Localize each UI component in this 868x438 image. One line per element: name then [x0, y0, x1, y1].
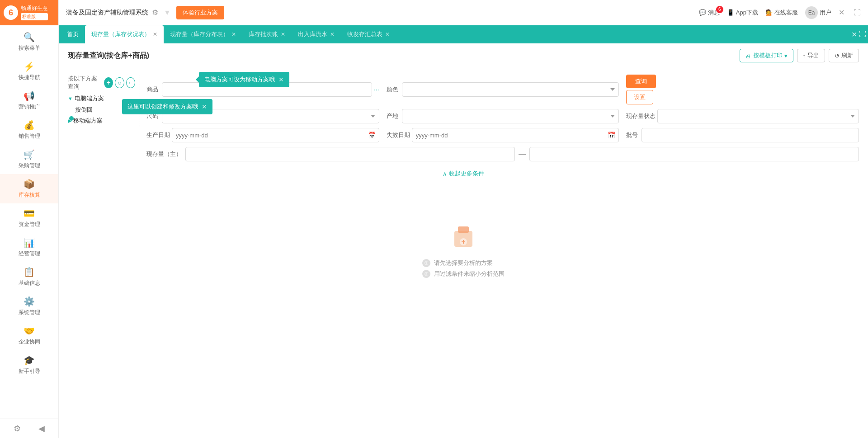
sidebar-item-inventory[interactable]: 📦 库存核算 — [0, 174, 58, 203]
tab-receive-dispatch[interactable]: 收发存汇总表 ✕ — [341, 25, 396, 43]
tab-inventory-status[interactable]: 现存量（库存状况表） ✕ — [85, 25, 164, 43]
enterprise-icon: 🤝 — [24, 325, 35, 336]
origin-field: 产地 — [387, 109, 619, 123]
sidebar-item-search[interactable]: 🔍 搜索菜单 — [0, 27, 58, 57]
tab-inventory-distribution[interactable]: 现存量（库存分布表） ✕ — [164, 25, 242, 43]
sidebar-item-finance[interactable]: 💳 资金管理 — [0, 203, 58, 233]
sidebar-item-purchase[interactable]: 🛒 采购管理 — [0, 145, 58, 174]
user-menu-button[interactable]: Ea 用户 — [805, 6, 831, 19]
chevron-up-icon: ∧ — [443, 170, 447, 177]
tabs-actions: ✕ ⛶ — [851, 30, 866, 39]
operations-icon: 📊 — [24, 237, 35, 248]
scheme-edit-button[interactable]: ○ — [115, 77, 124, 88]
search-buttons: 查询 设置 — [626, 75, 859, 104]
expire-date-calendar-icon[interactable]: 📅 — [608, 132, 615, 139]
connector-dot — [69, 116, 74, 121]
tab-close-icon[interactable]: ✕ — [231, 31, 236, 38]
sidebar-item-marketing[interactable]: 📢 营销推广 — [0, 86, 58, 115]
color-field: 颜色 — [387, 75, 619, 104]
window-close-icon[interactable]: ✕ — [839, 8, 844, 17]
tab-close-icon[interactable]: ✕ — [385, 31, 390, 38]
tooltip2-text: 这里可以创建和修改方案哦 — [127, 103, 198, 111]
desktop-group-label: 电脑端方案 — [75, 94, 104, 103]
mobile-scheme-group[interactable]: ▶ 移动端方案 — [68, 117, 135, 125]
export-button[interactable]: ↑ 导出 — [797, 49, 826, 62]
manufacture-date-input[interactable] — [172, 128, 379, 142]
origin-select[interactable] — [402, 109, 619, 123]
manufacture-date-field: 生产日期 📅 — [146, 128, 379, 142]
tooltip1-close-icon[interactable]: ✕ — [278, 76, 284, 83]
filter-row-2: 尺码 产地 — [146, 109, 859, 123]
sidebar-item-system[interactable]: ⚙️ 系统管理 — [0, 292, 58, 321]
sidebar-item-enterprise[interactable]: 🤝 企业协同 — [0, 321, 58, 350]
message-button[interactable]: 💬 消息 6 — [699, 9, 720, 17]
inventory-icon: 📦 — [24, 179, 35, 189]
sidebar-item-basic[interactable]: 📋 基础信息 — [0, 262, 58, 292]
manufacture-date-calendar-icon[interactable]: 📅 — [368, 132, 376, 139]
tooltip2-close-icon[interactable]: ✕ — [202, 103, 207, 110]
sidebar-item-label: 企业协同 — [19, 338, 40, 346]
sidebar-item-guide[interactable]: 🎓 新手引导 — [0, 350, 58, 380]
batch-input[interactable] — [642, 128, 859, 142]
window-fullscreen-icon[interactable]: ⛶ — [854, 9, 861, 17]
empty-step-1: ① 请先选择要分析的方案 — [422, 259, 505, 267]
template-print-button[interactable]: 🖨 按模板打印 ▾ — [740, 49, 793, 62]
scheme-add-button[interactable]: + — [104, 77, 113, 88]
filter-fields: 商品 ··· 颜色 — [146, 75, 859, 166]
avatar: Ea — [805, 6, 818, 19]
finance-icon: 💳 — [24, 208, 35, 219]
product-label: 商品 — [146, 85, 160, 94]
page-header: 现存量查询(按仓库+商品) 🖨 按模板打印 ▾ ↑ 导出 ↺ 刷新 — [59, 43, 868, 68]
expire-date-field: 失效日期 📅 — [387, 128, 619, 142]
sidebar-logo-icon: 6 — [4, 5, 18, 20]
sidebar-item-quicknav[interactable]: ⚡ 快捷导航 — [0, 57, 58, 86]
settings-gear-icon[interactable]: ⚙ — [152, 8, 158, 17]
sidebar-item-sales[interactable]: 💰 销售管理 — [0, 115, 58, 145]
inventory-main-from-input[interactable] — [185, 147, 515, 161]
sidebar-collapse-button[interactable]: ◀ — [38, 424, 45, 433]
user-label: 用户 — [820, 9, 831, 17]
tab-close-icon[interactable]: ✕ — [330, 31, 335, 38]
tabs-close-all-button[interactable]: ✕ — [851, 30, 857, 39]
message-badge: 6 — [716, 6, 723, 13]
sidebar-logo-badge: 标准版 — [21, 13, 48, 20]
main-area: 装备及固定资产辅助管理系统 ⚙ ▼ 体验行业方案 💬 消息 6 📱 App下载 … — [59, 0, 868, 438]
sidebar-settings-button[interactable]: ⚙ — [14, 424, 21, 433]
tab-home[interactable]: 首页 — [61, 30, 85, 38]
industry-plan-button[interactable]: 体验行业方案 — [176, 6, 224, 19]
tabs-fullscreen-button[interactable]: ⛶ — [859, 30, 866, 39]
sidebar-item-label: 营销推广 — [19, 103, 40, 111]
export-icon: ↑ — [803, 52, 806, 59]
system-icon: ⚙️ — [24, 296, 35, 307]
filter-label: 按以下方案查询 — [68, 75, 102, 91]
product-dots[interactable]: ··· — [374, 86, 379, 93]
tab-close-icon[interactable]: ✕ — [153, 31, 157, 38]
refresh-icon: ↺ — [835, 52, 840, 59]
color-select[interactable] — [402, 82, 619, 97]
sidebar-logo-text: 畅通好生意 — [21, 5, 48, 12]
scheme-back-button[interactable]: ← — [126, 77, 135, 88]
empty-steps: ① 请先选择要分析的方案 ② 用过滤条件来缩小分析范围 — [422, 259, 505, 278]
refresh-button[interactable]: ↺ 刷新 — [829, 49, 859, 62]
filter-row-3: 生产日期 📅 失效日期 📅 — [146, 128, 859, 142]
print-icon: 🖨 — [745, 52, 751, 59]
search-button[interactable]: 查询 — [626, 75, 656, 88]
expire-date-label: 失效日期 — [387, 131, 410, 139]
online-support-button[interactable]: 💁 在线客服 — [765, 9, 798, 17]
expire-date-input[interactable] — [412, 128, 619, 142]
sidebar-item-label: 快捷导航 — [19, 74, 40, 81]
collapse-button[interactable]: ∧ 收起更多条件 — [68, 166, 859, 181]
tab-inventory-batch[interactable]: 库存批次账 ✕ — [242, 25, 292, 43]
tab-close-icon[interactable]: ✕ — [281, 31, 285, 38]
sidebar-item-label: 系统管理 — [19, 309, 40, 316]
inventory-main-to-input[interactable] — [529, 147, 859, 161]
inventory-status-select[interactable] — [657, 109, 859, 123]
guide-icon: 🎓 — [24, 355, 35, 366]
tab-inout-flow[interactable]: 出入库流水 ✕ — [292, 25, 341, 43]
topbar-right: 💬 消息 6 📱 App下载 💁 在线客服 Ea 用户 ✕ ⛶ — [699, 6, 861, 19]
app-icon: 📱 — [727, 9, 734, 16]
app-download-button[interactable]: 📱 App下载 — [727, 9, 758, 17]
sidebar-item-label: 销售管理 — [19, 132, 40, 140]
sidebar-item-operations[interactable]: 📊 经营管理 — [0, 233, 58, 262]
settings-button[interactable]: 设置 — [626, 90, 653, 104]
